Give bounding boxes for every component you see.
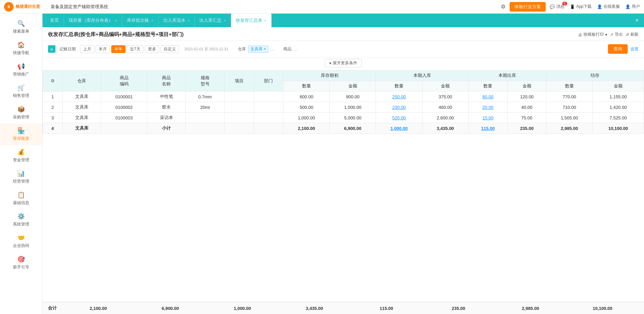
config-icon[interactable]: ⚙ [501,3,506,10]
expand-row: ▾ 展开更多条件 [43,57,644,70]
row1-code: 0100001 [101,92,147,102]
sub-out-qty[interactable]: 115.00 [468,123,507,134]
row2-bal-qty: 710.00 [546,102,593,113]
date-btn-custom[interactable]: 自定义 [161,45,179,53]
tab-bar-close[interactable]: × [633,17,641,23]
sub-bal-qty: 2,985.00 [546,123,593,134]
user-label: 用户 [632,4,640,10]
table-row: 1 文具库 0100001 中性笔 0.7mm 600.00 900.00 25… [43,92,644,102]
sidebar-item-marketing[interactable]: 📢 营销推广 [0,59,42,81]
print-btn[interactable]: 🖨 按模板打印 ▾ [578,32,607,37]
goods-section: 商品 ... [283,46,297,52]
page-header: 收发存汇总表(按仓库+商品编码+商品+规格型号+项目+部门) 🖨 按模板打印 ▾… [43,27,644,41]
goods-more[interactable]: ... [294,47,297,51]
warehouse-tag-close[interactable]: × [264,47,266,51]
row1-in-qty[interactable]: 250.00 [376,92,422,102]
user-item[interactable]: 👤 用户 [625,4,640,10]
app-download-item[interactable]: 📱 App下载 [570,4,592,10]
table-row: 2 文具库 0100002 胶水 20ml 500.00 1,000.00 23… [43,102,644,113]
tab-receive-close[interactable]: × [264,18,266,22]
print-label: 按模板打印 [583,32,604,37]
sidebar-item-inventory[interactable]: 🏪 库存核算 [0,123,42,145]
export-label: 导出 [615,32,623,37]
goods-label: 商品 [283,46,292,52]
online-service-item[interactable]: 👤 在线客服 [597,4,620,10]
refresh-btn[interactable]: ↺ 刷新 [626,32,639,37]
top-right: 💬 消息 6 📱 App下载 👤 在线客服 👤 用户 [550,4,640,10]
date-btn-last-month[interactable]: 上月 [80,45,94,53]
sidebar-label-basic: 基础信息 [13,200,29,206]
trial-button[interactable]: 体验行业方案 [510,2,546,12]
sidebar-item-collab[interactable]: 🤝 企业协同 [0,231,42,252]
row1-warehouse: 文具库 [63,92,101,102]
row1-out-qty[interactable]: 80.00 [468,92,507,102]
row2-in-qty[interactable]: 230.00 [376,102,422,113]
row3-in-qty[interactable]: 520.00 [376,113,422,123]
row2-out-qty[interactable]: 20.00 [468,102,507,113]
export-btn[interactable]: ↗ 导出 [610,32,623,37]
tab-summary[interactable]: 出入库汇总 × [195,14,231,27]
sidebar-item-purchase[interactable]: 📦 采购管理 [0,102,42,123]
sidebar-label-marketing: 营销推广 [13,71,29,77]
tab-home[interactable]: 首页 [45,14,64,27]
sub-in-qty[interactable]: 1,000.00 [376,123,422,134]
tab-receive[interactable]: 收发存汇总表 × [231,14,271,27]
row1-project [225,92,254,102]
sidebar-item-sales[interactable]: 🛒 销售管理 [0,81,42,102]
row3-out-amt: 75.00 [507,113,546,123]
sidebar-label-system: 系统管理 [13,221,29,227]
col-out: 本期出库 [468,70,546,81]
sidebar-label-purchase: 采购管理 [13,114,29,120]
export-icon: ↗ [610,32,613,37]
row2-in-amt: 460.00 [422,102,468,113]
col-bal-qty: 数量 [546,81,593,92]
date-btn-this-month[interactable]: 本月 [96,45,110,53]
online-service-label: 在线客服 [604,4,620,10]
query-button[interactable]: 查询 [608,44,628,54]
tab-batch[interactable]: 库存批次账 × [122,14,158,27]
tab-flow-close[interactable]: × [187,18,189,22]
sidebar-label-finance: 资金管理 [13,157,29,163]
tab-home-label: 首页 [50,17,59,23]
row2-no: 2 [43,102,63,113]
sidebar-item-finance[interactable]: 💰 资金管理 [0,145,42,166]
footer-in-qty: 1,000.00 [207,306,279,311]
tab-stock[interactable]: 现存量（库存分布表） × [64,14,122,27]
tab-flow[interactable]: 出入库流水 × [159,14,195,27]
settings-link[interactable]: 设置 [630,46,639,52]
sidebar-item-operation[interactable]: 📊 经营管理 [0,166,42,188]
tab-summary-close[interactable]: × [224,18,226,22]
warehouse-more[interactable]: ... [270,47,274,51]
filter-toggle-btn[interactable]: » [48,45,55,53]
date-btn-more[interactable]: 更多 [145,45,159,53]
app-layout: 🔍 搜索菜单 🏠 快捷导航 📢 营销推广 🛒 销售管理 📦 采购管理 🏪 库存核… [0,14,644,314]
footer-bal-amt: 10,100.00 [566,306,639,311]
col-settings[interactable]: ⚙ [43,70,63,92]
sidebar-item-search[interactable]: 🔍 搜索菜单 [0,16,42,38]
sidebar-label-collab: 企业协同 [13,243,29,249]
print-chevron: ▾ [605,32,607,37]
row1-no: 1 [43,92,63,102]
sidebar-item-nav[interactable]: 🏠 快捷导航 [0,38,42,59]
sidebar-item-guide[interactable]: 🎯 新手引导 [0,252,42,274]
tab-stock-close[interactable]: × [115,18,117,22]
date-btn-7days[interactable]: 近7天 [127,45,144,53]
table-container: ⚙ 仓库 商品编码 商品名称 规格型号 项目 部门 库存期初 本期入库 本期出库… [43,70,644,302]
main-content: 首页 现存量（库存分布表） × 库存批次账 × 出入库流水 × 出入库汇总 × … [43,14,644,314]
footer-out-amt: 235.00 [423,306,495,311]
tab-batch-close[interactable]: × [151,18,153,22]
sub-code [101,123,147,134]
date-btn-this-year[interactable]: 本年 [111,45,126,53]
col-spec: 规格型号 [185,70,224,92]
row3-out-qty[interactable]: 15.00 [468,113,507,123]
col-opening: 库存期初 [283,70,376,81]
print-icon: 🖨 [578,32,582,37]
expand-conditions-btn[interactable]: ▾ 展开更多条件 [325,59,362,67]
row1-open-amt: 900.00 [330,92,376,102]
sidebar-item-basic[interactable]: 📋 基础信息 [0,188,42,209]
sidebar-item-system[interactable]: ⚙️ 系统管理 [0,209,42,231]
footer-bal-qty: 2,985.00 [495,306,567,311]
header-actions: 🖨 按模板打印 ▾ ↗ 导出 ↺ 刷新 [578,32,639,37]
inventory-icon: 🏪 [17,127,25,134]
message-item[interactable]: 💬 消息 6 [550,4,564,10]
